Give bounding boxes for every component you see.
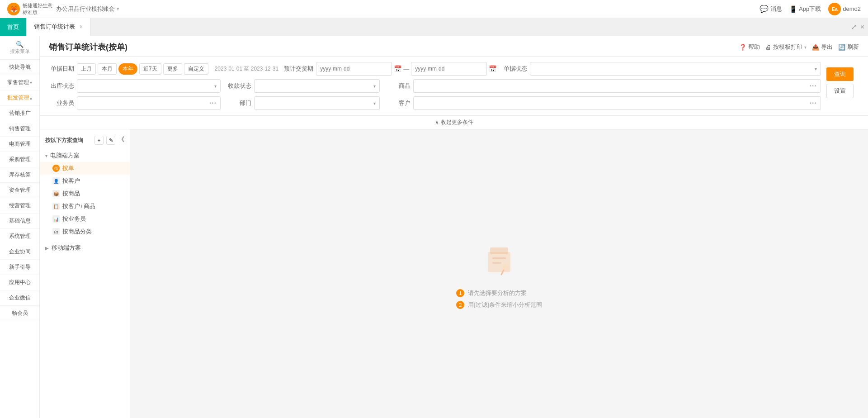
date-btn-custom[interactable]: 自定义 bbox=[184, 63, 208, 75]
tab-sales-order-stats[interactable]: 销售订单统计表 × bbox=[27, 18, 90, 36]
refresh-button[interactable]: 🔄 刷新 bbox=[838, 43, 859, 51]
sidebar-item-ecom[interactable]: 电商管理 bbox=[0, 137, 39, 152]
sidebar-item-retail[interactable]: 零售管理 ▾ bbox=[0, 75, 39, 90]
logo-text: 畅捷通好生意 标准版 bbox=[23, 2, 52, 15]
chevron-icon: ▾ bbox=[30, 80, 32, 85]
date-btn-7days[interactable]: 近7天 bbox=[139, 63, 161, 75]
edit-scheme-button[interactable]: ✎ bbox=[106, 136, 115, 145]
sidebar: 🔍 搜索菜单 快捷导航 零售管理 ▾ 批发管理 ▴ 营销推广 销售管理 电商管理… bbox=[0, 36, 40, 418]
topbar: 🦊 畅捷通好生意 标准版 办公用品行业模拟账套 ▾ 💬 消息 📱 App下载 E… bbox=[0, 0, 868, 18]
scheme-by-customer-goods[interactable]: 📋 按客户+商品 bbox=[40, 200, 130, 213]
sidebar-item-system[interactable]: 系统管理 bbox=[0, 229, 39, 244]
sidebar-item-member[interactable]: 畅会员 bbox=[0, 306, 39, 321]
sidebar-item-enterprise[interactable]: 企业协同 bbox=[0, 244, 39, 260]
ship-select-arrow: ▾ bbox=[214, 84, 217, 89]
sidebar-item-enterprise-wechat[interactable]: 企业微信 bbox=[0, 290, 39, 306]
sidebar-search[interactable]: 🔍 搜索菜单 bbox=[0, 36, 39, 60]
query-button[interactable]: 查询 bbox=[826, 67, 854, 81]
status-select[interactable]: ▾ bbox=[530, 62, 821, 76]
sidebar-item-basics[interactable]: 基础信息 bbox=[0, 214, 39, 229]
left-panel: 按以下方案查询 + ✎ 《 ▾ 电脑端方案 按 按单 bbox=[40, 129, 130, 418]
scheme-by-customer[interactable]: 👤 按客户 bbox=[40, 175, 130, 187]
print-button[interactable]: 🖨 按模板打印 ▾ bbox=[765, 43, 807, 51]
settings-button[interactable]: 设置 bbox=[826, 84, 854, 98]
sidebar-item-purchase[interactable]: 采购管理 bbox=[0, 152, 39, 167]
tab-home[interactable]: 首页 bbox=[0, 18, 27, 36]
page-title: 销售订单统计表(按单) bbox=[49, 42, 127, 52]
sidebar-item-sales[interactable]: 销售管理 bbox=[0, 121, 39, 137]
date-buttons: 上月 本月 本年 近7天 更多 自定义 bbox=[77, 63, 208, 75]
tabs-bar: 首页 销售订单统计表 × ⤢ × bbox=[0, 18, 868, 36]
topbar-left: 🦊 畅捷通好生意 标准版 办公用品行业模拟账套 ▾ bbox=[7, 2, 119, 15]
customer-dots[interactable]: ··· bbox=[810, 99, 817, 107]
sidebar-item-wholesale[interactable]: 批发管理 ▴ bbox=[0, 90, 39, 106]
scheme-cust-goods-icon: 📋 bbox=[52, 203, 60, 210]
ship-status-select[interactable]: ▾ bbox=[77, 79, 221, 93]
dept-cell: 部门 ▾ bbox=[226, 96, 380, 110]
sidebar-item-finance[interactable]: 资金管理 bbox=[0, 183, 39, 198]
breadcrumb[interactable]: 办公用品行业模拟账套 ▾ bbox=[56, 5, 119, 13]
collapse-bar[interactable]: ∧ 收起更多条件 bbox=[40, 116, 868, 129]
pay-status-cell: 收款状态 ▾ bbox=[226, 79, 380, 93]
window-close-icon[interactable]: × bbox=[860, 23, 864, 31]
tab-window-actions: ⤢ × bbox=[851, 23, 868, 31]
print-dropdown-icon[interactable]: ▾ bbox=[804, 45, 807, 50]
desktop-scheme-header[interactable]: ▾ 电脑端方案 bbox=[40, 149, 130, 162]
refresh-icon: 🔄 bbox=[838, 44, 845, 51]
salesman-label: 业务员 bbox=[49, 99, 74, 107]
scheme-order-icon: 按 bbox=[52, 165, 60, 172]
date-btn-this-year[interactable]: 本年 bbox=[118, 63, 137, 75]
expected-date-from-input[interactable] bbox=[316, 62, 392, 76]
page-actions: ❓ 帮助 🖨 按模板打印 ▾ 📤 导出 🔄 刷新 bbox=[739, 43, 859, 51]
scheme-by-salesman[interactable]: 📊 按业务员 bbox=[40, 213, 130, 225]
scheme-salesman-icon: 📊 bbox=[52, 215, 60, 223]
logo-area: 🦊 畅捷通好生意 标准版 bbox=[7, 2, 52, 15]
search-icon: 🔍 bbox=[16, 41, 24, 48]
goods-dots[interactable]: ··· bbox=[810, 82, 817, 90]
calendar-from-icon[interactable]: 📅 bbox=[394, 65, 401, 72]
expected-date-cell: 预计交货期 📅 — 📅 bbox=[284, 62, 496, 76]
sidebar-item-ops[interactable]: 经营管理 bbox=[0, 198, 39, 214]
scheme-by-order[interactable]: 按 按单 bbox=[40, 162, 130, 175]
date-btn-more[interactable]: 更多 bbox=[163, 63, 182, 75]
add-scheme-button[interactable]: + bbox=[94, 136, 104, 145]
sidebar-item-inventory[interactable]: 库存核算 bbox=[0, 167, 39, 183]
dept-select[interactable]: ▾ bbox=[254, 96, 380, 110]
user-profile[interactable]: Ea demo2 bbox=[828, 3, 861, 15]
app-download-button[interactable]: 📱 App下载 bbox=[789, 5, 821, 13]
collapse-panel-button[interactable]: 《 bbox=[118, 136, 124, 145]
message-button[interactable]: 💬 消息 bbox=[760, 5, 782, 13]
main-layout: 🔍 搜索菜单 快捷导航 零售管理 ▾ 批发管理 ▴ 营销推广 销售管理 电商管理… bbox=[0, 36, 868, 418]
export-button[interactable]: 📤 导出 bbox=[812, 43, 833, 51]
tree-toggle-icon: ▾ bbox=[45, 153, 47, 158]
sidebar-item-quicknav[interactable]: 快捷导航 bbox=[0, 60, 39, 75]
sidebar-item-app-center[interactable]: 应用中心 bbox=[0, 275, 39, 290]
pay-status-label: 收款状态 bbox=[226, 82, 251, 90]
dept-select-arrow: ▾ bbox=[373, 101, 376, 106]
help-button[interactable]: ❓ 帮助 bbox=[739, 43, 760, 51]
scheme-by-goods-cat[interactable]: 🗂 按商品分类 bbox=[40, 225, 130, 238]
print-icon: 🖨 bbox=[765, 44, 771, 51]
expected-date-to-input[interactable] bbox=[411, 62, 487, 76]
scheme-by-goods[interactable]: 📦 按商品 bbox=[40, 187, 130, 200]
sidebar-item-marketing[interactable]: 营销推广 bbox=[0, 106, 39, 121]
mobile-scheme-header[interactable]: ▶ 移动端方案 bbox=[40, 242, 130, 254]
filter-area: 单据日期 上月 本月 本年 近7天 更多 自定义 2023-01-01 至 20… bbox=[40, 57, 868, 116]
salesman-dots[interactable]: ··· bbox=[209, 99, 217, 107]
empty-tip-2: 2 用[过滤]条件来缩小分析范围 bbox=[456, 301, 542, 309]
date-btn-this-month[interactable]: 本月 bbox=[98, 63, 117, 75]
left-panel-header: 按以下方案查询 + ✎ 《 bbox=[40, 133, 130, 147]
tab-close-icon[interactable]: × bbox=[80, 24, 83, 30]
pay-status-select[interactable]: ▾ bbox=[254, 79, 380, 93]
expected-date-from-wrap: 📅 — 📅 bbox=[316, 62, 496, 76]
content-area: 销售订单统计表(按单) ❓ 帮助 🖨 按模板打印 ▾ 📤 导出 🔄 刷新 bbox=[40, 36, 868, 418]
status-select-arrow: ▾ bbox=[815, 66, 817, 71]
sidebar-item-new-guide[interactable]: 新手引导 bbox=[0, 260, 39, 275]
calendar-to-icon[interactable]: 📅 bbox=[489, 65, 496, 72]
left-panel-wrap: 按以下方案查询 + ✎ 《 ▾ 电脑端方案 按 按单 bbox=[40, 129, 868, 418]
mobile-toggle-icon: ▶ bbox=[45, 246, 49, 251]
date-btn-last-month[interactable]: 上月 bbox=[77, 63, 96, 75]
desktop-scheme-label: 电脑端方案 bbox=[50, 152, 80, 160]
goods-label: 商品 bbox=[385, 82, 410, 90]
window-restore-icon[interactable]: ⤢ bbox=[851, 23, 857, 31]
